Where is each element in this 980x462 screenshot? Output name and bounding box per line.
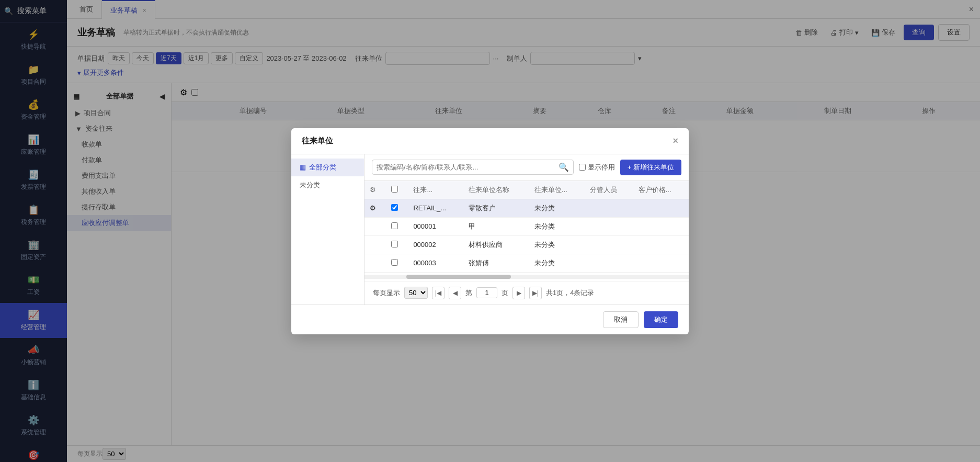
modal-toolbar: 🔍 显示停用 + 新增往来单位 <box>364 154 689 181</box>
row-name: 张婧傅 <box>463 254 529 272</box>
show-disabled-label[interactable]: 显示停用 <box>579 163 615 172</box>
row-checkbox[interactable] <box>386 235 408 254</box>
row-code: 000001 <box>408 217 463 235</box>
modal-footer: 取消 确定 <box>291 305 689 334</box>
modal-col-settings: ⚙ <box>364 181 386 199</box>
modal-col-category: 往来单位... <box>529 181 585 199</box>
show-disabled-checkbox[interactable] <box>579 164 586 171</box>
row-code: RETAIL_... <box>408 199 463 217</box>
modal-category-unclassified[interactable]: 未分类 <box>291 176 364 194</box>
row-settings <box>364 254 386 272</box>
modal-body: ▦ 全部分类 未分类 🔍 显示停用 <box>291 154 689 305</box>
partner-modal: 往来单位 × ▦ 全部分类 未分类 🔍 <box>291 128 689 334</box>
table-row[interactable]: 000002 材料供应商 未分类 <box>364 235 689 254</box>
row-checkbox[interactable] <box>386 199 408 217</box>
modal-cancel-button[interactable]: 取消 <box>603 311 639 328</box>
row-price <box>633 254 689 272</box>
row-manager <box>585 217 633 235</box>
row-manager <box>585 254 633 272</box>
add-partner-button[interactable]: + 新增往来单位 <box>620 160 681 175</box>
table-row[interactable]: 000001 甲 未分类 <box>364 217 689 235</box>
modal-search-icon: 🔍 <box>559 162 569 172</box>
page-suffix: 页 <box>502 288 508 298</box>
modal-category-all[interactable]: ▦ 全部分类 <box>291 159 364 176</box>
grid-icon: ▦ <box>300 163 306 171</box>
row-settings: ⚙ <box>364 199 386 217</box>
row-settings <box>364 217 386 235</box>
row-category: 未分类 <box>529 235 585 254</box>
row-checkbox[interactable] <box>386 217 408 235</box>
row-category: 未分类 <box>529 254 585 272</box>
row-price <box>633 199 689 217</box>
row-settings <box>364 235 386 254</box>
row-category: 未分类 <box>529 217 585 235</box>
row-manager <box>585 235 633 254</box>
per-page-select[interactable]: 50 <box>404 287 428 299</box>
prev-page-button[interactable]: ◀ <box>449 287 461 299</box>
per-page-label: 每页显示 <box>373 288 400 298</box>
modal-col-name: 往来单位名称 <box>463 181 529 199</box>
row-price <box>633 217 689 235</box>
modal-table-area: ⚙ 往来... 往来单位名称 往来单位... 分管人员 客户价格... <box>364 181 689 273</box>
next-page-button[interactable]: ▶ <box>512 287 525 299</box>
modal-col-checkbox <box>386 181 408 199</box>
modal-scrollbar[interactable] <box>364 275 689 279</box>
modal-col-manager: 分管人员 <box>585 181 633 199</box>
modal-pagination: 每页显示 50 |◀ ◀ 第 页 ▶ ▶| 共1页，4条记录 <box>364 281 689 305</box>
row-name: 甲 <box>463 217 529 235</box>
row-code: 000002 <box>408 235 463 254</box>
row-name: 零散客户 <box>463 199 529 217</box>
table-row[interactable]: ⚙ RETAIL_... 零散客户 未分类 <box>364 199 689 217</box>
modal-partners-table: ⚙ 往来... 往来单位名称 往来单位... 分管人员 客户价格... <box>364 181 689 273</box>
modal-right-panel: 🔍 显示停用 + 新增往来单位 ⚙ <box>364 154 689 305</box>
row-checkbox[interactable] <box>386 254 408 272</box>
modal-scrollbar-thumb[interactable] <box>406 275 511 279</box>
modal-close-button[interactable]: × <box>673 136 678 147</box>
row-category: 未分类 <box>529 199 585 217</box>
row-name: 材料供应商 <box>463 235 529 254</box>
modal-header: 往来单位 × <box>291 128 689 154</box>
table-row[interactable]: 000003 张婧傅 未分类 <box>364 254 689 272</box>
modal-select-all[interactable] <box>391 186 398 193</box>
row-price <box>633 235 689 254</box>
modal-left-panel: ▦ 全部分类 未分类 <box>291 154 364 305</box>
row-code: 000003 <box>408 254 463 272</box>
modal-col-price: 客户价格... <box>633 181 689 199</box>
last-page-button[interactable]: ▶| <box>529 287 542 299</box>
modal-search-input[interactable] <box>377 163 555 171</box>
total-records: 共1页，4条记录 <box>546 288 594 298</box>
modal-overlay[interactable]: 往来单位 × ▦ 全部分类 未分类 🔍 <box>0 0 980 462</box>
row-manager <box>585 199 633 217</box>
first-page-button[interactable]: |◀ <box>432 287 445 299</box>
modal-search-box: 🔍 <box>372 160 574 175</box>
page-number-input[interactable] <box>476 287 497 298</box>
modal-col-code: 往来... <box>408 181 463 199</box>
page-label: 第 <box>465 288 472 298</box>
modal-confirm-button[interactable]: 确定 <box>644 311 678 328</box>
modal-title: 往来单位 <box>302 136 333 146</box>
